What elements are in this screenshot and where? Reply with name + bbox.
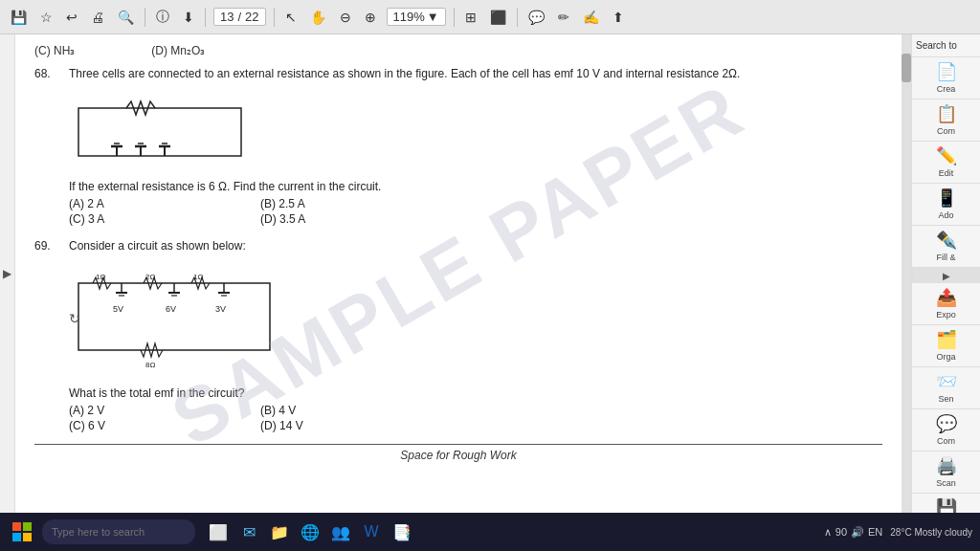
zoom-value: 119% bbox=[393, 10, 425, 24]
divider-4 bbox=[454, 8, 455, 27]
q69-opt-b: (B) 4 V bbox=[260, 404, 433, 417]
scan-label: Scan bbox=[936, 478, 956, 489]
page-indicator[interactable]: 13 / 22 bbox=[213, 8, 266, 26]
sidebar-item-combine[interactable]: 📋 Com bbox=[912, 99, 980, 142]
question-69: 69. Consider a circuit as shown below: 1… bbox=[34, 237, 882, 432]
sidebar-item-edit[interactable]: ✏️ Edit bbox=[912, 142, 980, 184]
bookmark-icon[interactable]: ☆ bbox=[37, 8, 56, 27]
q69-number: 69. bbox=[34, 237, 57, 254]
divider-1 bbox=[145, 8, 145, 27]
q68-opt-a: (A) 2 A bbox=[69, 197, 241, 210]
tools-icon[interactable]: ⬛ bbox=[487, 8, 509, 27]
q68-opt-d: (D) 3.5 A bbox=[260, 212, 433, 226]
sidebar-search-label: Search to bbox=[912, 34, 980, 57]
svg-rect-30 bbox=[12, 533, 21, 541]
scrollbar-thumb[interactable] bbox=[902, 54, 911, 82]
sidebar-item-send[interactable]: 📨 Sen bbox=[912, 367, 980, 409]
print-icon[interactable]: 🖨 bbox=[88, 8, 107, 27]
volume-icon[interactable]: 🔊 bbox=[851, 526, 864, 539]
info-icon[interactable]: ⓘ bbox=[153, 7, 172, 28]
search-icon[interactable]: 🔍 bbox=[115, 8, 137, 27]
taskbar-search-input[interactable] bbox=[42, 519, 195, 544]
q69-subquestion: What is the total emf in the circuit? bbox=[69, 386, 882, 400]
sidebar-item-create[interactable]: 📄 Crea bbox=[912, 57, 980, 99]
combine-label: Com bbox=[937, 126, 955, 137]
word-icon[interactable]: W bbox=[358, 518, 385, 545]
q69-opt-c: (C) 6 V bbox=[69, 419, 241, 432]
weather-info: 28°C Mostly cloudy bbox=[890, 527, 972, 538]
footer-rough-work: Space for Rough Work bbox=[34, 444, 882, 462]
fill-label: Fill & bbox=[937, 253, 956, 263]
right-nav-arrow[interactable]: ▶ bbox=[912, 268, 980, 283]
back-icon[interactable]: ↩ bbox=[63, 8, 80, 27]
edit-sidebar-icon: ✏️ bbox=[936, 145, 957, 166]
q69-opt-a: (A) 2 V bbox=[69, 404, 241, 417]
left-nav-arrow[interactable]: ▶ bbox=[0, 34, 15, 513]
send-label: Sen bbox=[938, 394, 953, 405]
fit-width-icon[interactable]: ⊞ bbox=[462, 8, 479, 27]
pdf-icon[interactable]: 📑 bbox=[389, 518, 415, 545]
pdf-scrollbar[interactable] bbox=[902, 34, 911, 513]
edit-icon[interactable]: ✏ bbox=[555, 8, 572, 27]
download-icon[interactable]: ⬇ bbox=[180, 8, 197, 27]
divider-5 bbox=[517, 8, 518, 27]
svg-rect-29 bbox=[23, 522, 32, 531]
sidebar-item-store[interactable]: 💾 Store and Docu bbox=[912, 494, 980, 513]
sidebar-item-adobe[interactable]: 📱 Ado bbox=[912, 184, 980, 226]
sign-icon[interactable]: ✍ bbox=[580, 8, 602, 27]
taskbar-right: ∧ 90 🔊 EN 28°C Mostly cloudy bbox=[824, 526, 972, 539]
sidebar-item-fill[interactable]: ✒️ Fill & bbox=[912, 226, 980, 268]
zoom-in-icon[interactable]: ⊕ bbox=[362, 8, 379, 27]
organize-icon: 🗂️ bbox=[936, 329, 957, 350]
q68-options: (A) 2 A (B) 2.5 A (C) 3 A (D) 3.5 A bbox=[69, 197, 882, 226]
tray-expand-icon[interactable]: ∧ bbox=[824, 526, 832, 539]
svg-rect-28 bbox=[12, 522, 21, 531]
mail-icon[interactable]: ✉ bbox=[235, 518, 262, 545]
q69-header: 69. Consider a circuit as shown below: bbox=[34, 237, 882, 254]
svg-text:3V: 3V bbox=[215, 304, 226, 314]
teams-icon[interactable]: 👥 bbox=[327, 518, 354, 545]
edit-label: Edit bbox=[939, 168, 954, 179]
share-icon[interactable]: ⬆ bbox=[610, 8, 627, 27]
taskview-icon[interactable]: ⬜ bbox=[205, 518, 232, 545]
toolbar: 💾 ☆ ↩ 🖨 🔍 ⓘ ⬇ 13 / 22 ↖ ✋ ⊖ ⊕ 119% ▼ ⊞ ⬛… bbox=[0, 0, 980, 34]
q68-subquestion: If the external resistance is 6 Ω. Find … bbox=[69, 180, 882, 193]
svg-text:↻: ↻ bbox=[69, 311, 80, 326]
sidebar-item-export[interactable]: 📤 Expo bbox=[912, 283, 980, 325]
page-sep: / bbox=[237, 10, 241, 24]
comment-sidebar-label: Com bbox=[937, 436, 955, 447]
chrome-icon[interactable]: 🌐 bbox=[297, 518, 323, 545]
footer-text: Space for Rough Work bbox=[400, 449, 516, 462]
scan-icon: 🖨️ bbox=[936, 455, 957, 476]
zoom-out-icon[interactable]: ⊖ bbox=[337, 8, 354, 27]
svg-text:5V: 5V bbox=[113, 304, 123, 314]
divider-2 bbox=[205, 8, 206, 27]
svg-rect-31 bbox=[23, 533, 32, 541]
save-icon[interactable]: 💾 bbox=[8, 8, 30, 27]
comment-icon[interactable]: 💬 bbox=[525, 8, 547, 27]
export-label: Expo bbox=[936, 310, 956, 320]
sidebar-item-organize[interactable]: 🗂️ Orga bbox=[912, 325, 980, 367]
organize-label: Orga bbox=[936, 352, 955, 363]
explorer-icon[interactable]: 📁 bbox=[266, 518, 293, 545]
taskbar-icons: ⬜ ✉ 📁 🌐 👥 W 📑 bbox=[205, 518, 415, 545]
sidebar-item-comment[interactable]: 💬 Com bbox=[912, 409, 980, 452]
q68-header: 68. Three cells are connected to an exte… bbox=[34, 65, 882, 82]
left-arrow-icon: ▶ bbox=[3, 267, 11, 280]
create-label: Crea bbox=[937, 84, 956, 95]
system-tray-icons: ∧ 90 🔊 EN bbox=[824, 526, 883, 539]
create-icon: 📄 bbox=[936, 61, 957, 82]
tray-count: 90 bbox=[835, 526, 847, 538]
sidebar-item-scan[interactable]: 🖨️ Scan bbox=[912, 452, 980, 494]
zoom-dropdown-icon[interactable]: ▼ bbox=[427, 10, 439, 24]
question-68: 68. Three cells are connected to an exte… bbox=[34, 65, 882, 226]
cursor-icon[interactable]: ↖ bbox=[282, 8, 300, 27]
zoom-level[interactable]: 119% ▼ bbox=[387, 8, 446, 26]
start-button[interactable] bbox=[8, 518, 36, 545]
q69-options: (A) 2 V (B) 4 V (C) 6 V (D) 14 V bbox=[69, 404, 882, 432]
question-area: (C) NH₃ (D) Mn₂O₃ 68. Three cells are co… bbox=[34, 44, 882, 462]
hand-icon[interactable]: ✋ bbox=[307, 8, 329, 27]
option-c-prev: (C) NH₃ bbox=[34, 44, 75, 57]
top-options-line: (C) NH₃ (D) Mn₂O₃ bbox=[34, 44, 882, 57]
weather-temp: 28°C Mostly cloudy bbox=[890, 527, 972, 538]
